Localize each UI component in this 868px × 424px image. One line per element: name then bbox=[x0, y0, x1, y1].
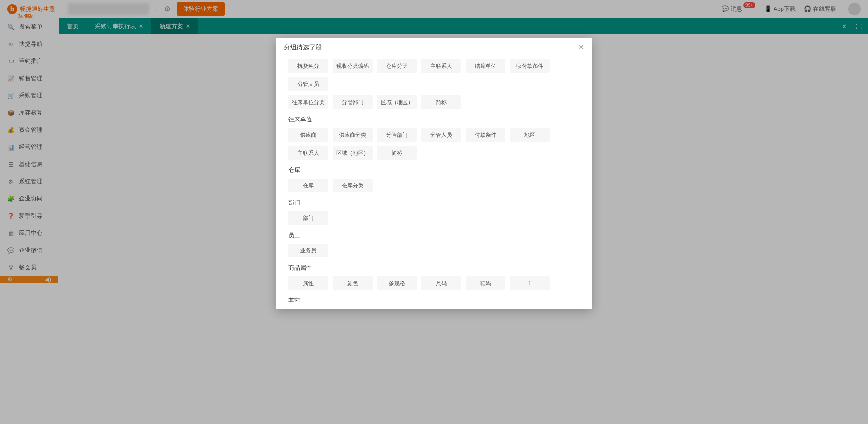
field-pill[interactable]: 分管人员 bbox=[421, 128, 461, 142]
modal-title: 分组待选字段 bbox=[284, 43, 322, 52]
field-pill[interactable]: 鞋码 bbox=[466, 276, 505, 290]
field-pill[interactable]: 业务员 bbox=[288, 244, 328, 257]
field-pill[interactable]: 区域（地区） bbox=[333, 146, 373, 160]
field-group-title: 部门 bbox=[288, 199, 580, 207]
field-pill[interactable]: 分管部门 bbox=[377, 128, 417, 142]
field-group-title: 商品属性 bbox=[288, 264, 580, 272]
field-pill[interactable]: 属性 bbox=[288, 276, 328, 290]
group-field-modal: 分组待选字段 ✕ 拣货积分税收分类编码仓库分类主联系人结算单位收付款条件分管人员… bbox=[276, 38, 592, 309]
field-pill[interactable]: 税收分类编码 bbox=[333, 59, 373, 73]
field-pill[interactable]: 结算单位 bbox=[466, 59, 505, 73]
field-pill[interactable]: 主联系人 bbox=[421, 59, 461, 73]
field-group-title: 仓库 bbox=[288, 166, 580, 174]
field-pill[interactable]: 分管人员 bbox=[288, 77, 328, 91]
field-pill[interactable]: 颜色 bbox=[333, 276, 373, 290]
field-pill[interactable]: 供应商分类 bbox=[333, 128, 373, 142]
field-pill[interactable]: 仓库分类 bbox=[333, 179, 373, 192]
field-pill[interactable]: 拣货积分 bbox=[288, 59, 328, 73]
field-pill[interactable]: 简称 bbox=[377, 146, 417, 160]
field-pill[interactable]: 区域（地区） bbox=[377, 95, 417, 109]
field-pill[interactable]: 供应商 bbox=[288, 128, 328, 142]
field-pill[interactable]: 地区 bbox=[510, 128, 550, 142]
field-group-title: 其它 bbox=[288, 296, 580, 302]
field-pill[interactable]: 收付款条件 bbox=[510, 59, 550, 73]
field-pill[interactable]: 部门 bbox=[288, 211, 328, 225]
field-pill[interactable]: 多规格 bbox=[377, 276, 417, 290]
field-pill[interactable]: 往来单位分类 bbox=[288, 95, 328, 109]
field-group-title: 员工 bbox=[288, 231, 580, 239]
field-pill[interactable]: 仓库 bbox=[288, 179, 328, 192]
close-icon[interactable]: ✕ bbox=[578, 43, 584, 52]
field-pill[interactable]: 仓库分类 bbox=[377, 59, 417, 73]
field-pill[interactable]: 尺码 bbox=[421, 276, 461, 290]
field-group-title: 往来单位 bbox=[288, 115, 580, 124]
field-pill[interactable]: 付款条件 bbox=[466, 128, 505, 142]
field-pill[interactable]: 简称 bbox=[421, 95, 461, 109]
field-pill[interactable]: 主联系人 bbox=[288, 146, 328, 160]
modal-h-scrollbar[interactable] bbox=[280, 302, 588, 306]
field-pill[interactable]: 分管部门 bbox=[333, 95, 373, 109]
field-pill[interactable]: 1 bbox=[510, 276, 550, 290]
